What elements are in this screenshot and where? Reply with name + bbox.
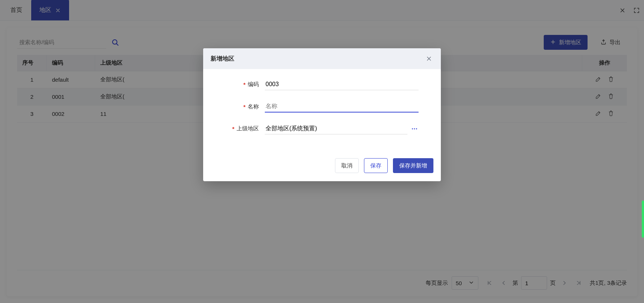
name-input[interactable] bbox=[265, 101, 419, 113]
modal-title: 新增地区 bbox=[211, 55, 234, 63]
modal-close-button[interactable] bbox=[425, 54, 433, 63]
parent-region-input[interactable] bbox=[265, 123, 407, 134]
code-input[interactable] bbox=[265, 79, 419, 90]
field-label-code: *编码 bbox=[225, 81, 259, 88]
save-button[interactable]: 保存 bbox=[364, 158, 388, 173]
scrollbar-accent bbox=[642, 201, 644, 238]
save-and-add-button[interactable]: 保存并新增 bbox=[393, 158, 433, 173]
modal-overlay: 新增地区 *编码 *名称 *上级地区 bbox=[0, 0, 644, 303]
add-region-modal: 新增地区 *编码 *名称 *上级地区 bbox=[203, 48, 441, 181]
field-label-parent: *上级地区 bbox=[225, 125, 259, 132]
cancel-button[interactable]: 取消 bbox=[335, 158, 359, 173]
field-label-name: *名称 bbox=[225, 103, 259, 110]
open-picker-icon[interactable] bbox=[410, 125, 419, 133]
